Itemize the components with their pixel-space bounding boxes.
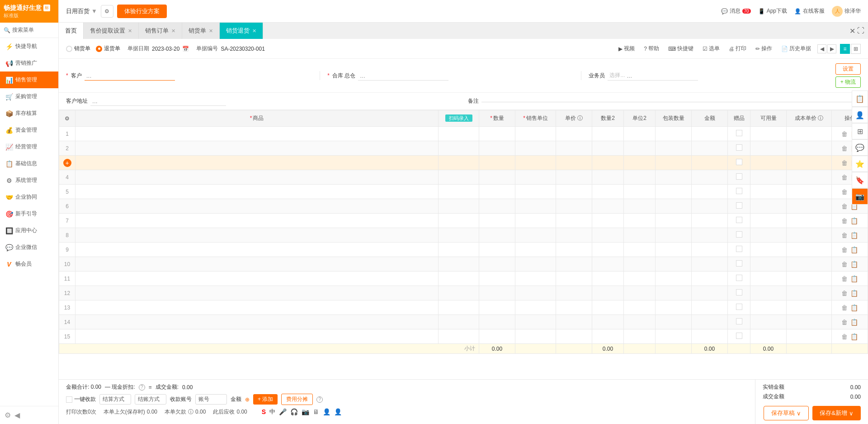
message-button[interactable]: 💬 消息 70 bbox=[721, 7, 751, 15]
sales-unit-cell[interactable] bbox=[515, 185, 556, 199]
unit-price-cell[interactable] bbox=[556, 272, 592, 286]
quantity-cell[interactable] bbox=[479, 329, 515, 344]
delete-icon[interactable]: 🗑 bbox=[841, 304, 848, 311]
sales-unit-cell[interactable] bbox=[515, 300, 556, 315]
gift-checkbox[interactable] bbox=[736, 333, 742, 339]
gift-cell[interactable] bbox=[728, 185, 750, 199]
pack-quantity-cell[interactable] bbox=[656, 199, 692, 214]
gift-checkbox[interactable] bbox=[736, 144, 742, 151]
sales-type-radio[interactable]: 销货单 bbox=[66, 45, 90, 52]
unit-price-cell[interactable] bbox=[556, 315, 592, 329]
sales-rep-dots[interactable]: ... bbox=[627, 72, 632, 79]
sales-unit-cell[interactable] bbox=[515, 141, 556, 156]
gift-checkbox[interactable] bbox=[736, 246, 742, 252]
copy-icon[interactable]: 📋 bbox=[850, 261, 858, 268]
unit-price-cell[interactable] bbox=[556, 214, 592, 228]
product-cell[interactable] bbox=[75, 170, 439, 185]
fee-help-icon[interactable]: ? bbox=[316, 396, 323, 403]
delete-icon[interactable]: 🗑 bbox=[841, 246, 848, 253]
gift-cell[interactable] bbox=[728, 272, 750, 286]
tab-home[interactable]: 首页 bbox=[59, 23, 84, 39]
amount-cell[interactable] bbox=[692, 199, 728, 214]
quantity-cell[interactable] bbox=[479, 185, 515, 199]
gift-cell[interactable] bbox=[728, 156, 750, 170]
calendar-icon[interactable]: 📅 bbox=[182, 46, 189, 52]
product-cell[interactable] bbox=[75, 141, 439, 156]
gift-checkbox[interactable] bbox=[736, 318, 742, 324]
one-click-payment-checkbox[interactable]: 一键收款 bbox=[66, 395, 96, 403]
pack-quantity-cell[interactable] bbox=[656, 243, 692, 257]
add-button[interactable]: + 添加 bbox=[253, 394, 278, 405]
table-view-btn[interactable]: ≡ bbox=[840, 44, 850, 54]
gift-cell[interactable] bbox=[728, 286, 750, 300]
billing-method-select[interactable]: 结账方式 bbox=[135, 394, 166, 405]
settlement-method-select[interactable]: 结算方式 bbox=[99, 394, 131, 405]
logistics-button[interactable]: + 物流 bbox=[835, 76, 861, 88]
sales-unit-cell[interactable] bbox=[515, 156, 556, 170]
unit2-cell[interactable] bbox=[624, 272, 656, 286]
product-cell[interactable] bbox=[75, 300, 439, 315]
quantity2-cell[interactable] bbox=[592, 141, 624, 156]
unit-price-cell[interactable] bbox=[556, 185, 592, 199]
fee-split-button[interactable]: 费用分摊 bbox=[281, 394, 313, 405]
quantity-cell[interactable] bbox=[479, 170, 515, 185]
sidebar-item-purchase[interactable]: 🛒 采购管理 bbox=[0, 88, 58, 105]
sidebar-item-sales[interactable]: 📊 销售管理 bbox=[0, 71, 58, 88]
pack-quantity-cell[interactable] bbox=[656, 315, 692, 329]
amount-cell[interactable] bbox=[692, 228, 728, 243]
amount-cell[interactable] bbox=[692, 257, 728, 272]
user-profile[interactable]: 人 徐泽华 bbox=[832, 6, 861, 17]
copy-icon[interactable]: 📋 bbox=[850, 290, 858, 297]
pack-quantity-cell[interactable] bbox=[656, 214, 692, 228]
quantity2-cell[interactable] bbox=[592, 214, 624, 228]
unit-price-cell[interactable] bbox=[556, 228, 592, 243]
amount-cell[interactable] bbox=[692, 329, 728, 344]
prev-arrow[interactable]: ◀ bbox=[817, 44, 826, 53]
customer-input[interactable]: ... bbox=[85, 71, 175, 81]
save-new-button[interactable]: 保存&新增 ∨ bbox=[812, 406, 861, 420]
history-action[interactable]: 📄 历史单据 bbox=[778, 43, 814, 54]
headphone-icon[interactable]: 🎧 bbox=[290, 408, 298, 415]
quantity-cell[interactable] bbox=[479, 315, 515, 329]
unit2-cell[interactable] bbox=[624, 315, 656, 329]
quantity2-cell[interactable] bbox=[592, 170, 624, 185]
right-tool-camera[interactable]: 📷 bbox=[852, 188, 868, 205]
pack-quantity-cell[interactable] bbox=[656, 127, 692, 141]
copy-icon[interactable]: 📋 bbox=[850, 275, 858, 282]
gift-cell[interactable] bbox=[728, 300, 750, 315]
sidebar-item-operations[interactable]: 📈 经营管理 bbox=[0, 138, 58, 155]
shortcut-action[interactable]: ⌨ 快捷键 bbox=[665, 43, 696, 54]
gift-cell[interactable] bbox=[728, 127, 750, 141]
maximize-icon[interactable]: ⛶ bbox=[857, 27, 864, 35]
sales-unit-cell[interactable] bbox=[515, 228, 556, 243]
amount-cell[interactable] bbox=[692, 170, 728, 185]
experience-button[interactable]: 体验行业方案 bbox=[117, 5, 167, 18]
quantity-cell[interactable] bbox=[479, 272, 515, 286]
unit2-cell[interactable] bbox=[624, 156, 656, 170]
warehouse-input[interactable]: ... bbox=[358, 71, 448, 81]
product-cell[interactable] bbox=[75, 286, 439, 300]
pack-quantity-cell[interactable] bbox=[656, 185, 692, 199]
address-dots[interactable]: ... bbox=[92, 97, 98, 105]
unit2-cell[interactable] bbox=[624, 257, 656, 272]
product-cell[interactable] bbox=[75, 214, 439, 228]
payment-checkbox[interactable] bbox=[66, 396, 72, 403]
delete-icon[interactable]: 🗑 bbox=[841, 217, 848, 224]
delete-icon[interactable]: 🗑 bbox=[841, 203, 848, 210]
pack-quantity-cell[interactable] bbox=[656, 156, 692, 170]
product-cell[interactable] bbox=[75, 156, 439, 170]
amount-cell[interactable] bbox=[692, 243, 728, 257]
copy-icon[interactable]: 📋 bbox=[850, 333, 858, 340]
pack-quantity-cell[interactable] bbox=[656, 141, 692, 156]
industry-dropdown[interactable]: 日用百货 ▼ bbox=[66, 7, 97, 15]
pack-quantity-cell[interactable] bbox=[656, 329, 692, 344]
grid-view-btn[interactable]: ⊞ bbox=[851, 44, 861, 54]
camera-icon[interactable]: 📷 bbox=[302, 408, 309, 415]
delete-icon[interactable]: 🗑 bbox=[841, 232, 848, 239]
delete-icon[interactable]: 🗑 bbox=[841, 319, 848, 326]
gift-checkbox[interactable] bbox=[736, 260, 742, 267]
quantity-cell[interactable] bbox=[479, 156, 515, 170]
gift-cell[interactable] bbox=[728, 170, 750, 185]
print-action[interactable]: 🖨 打印 bbox=[726, 43, 749, 54]
quantity2-cell[interactable] bbox=[592, 329, 624, 344]
